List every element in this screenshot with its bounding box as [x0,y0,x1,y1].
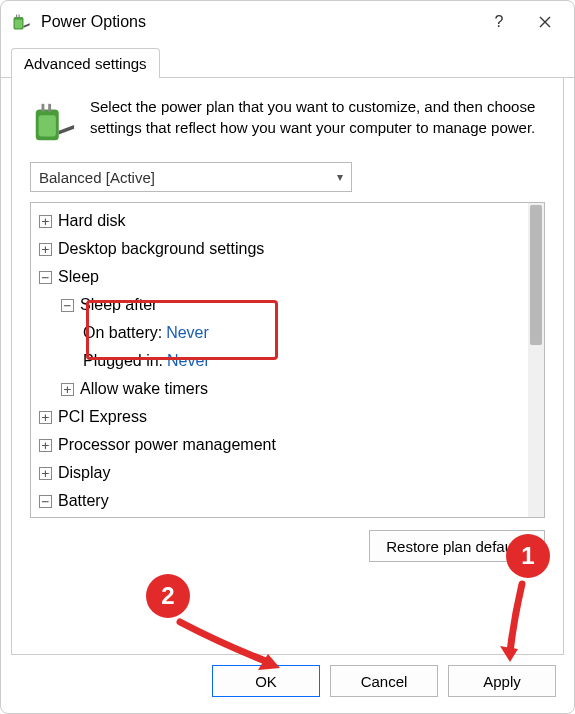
tree-item-processor-power-management[interactable]: +Processor power management [31,431,528,459]
collapse-icon[interactable]: − [61,299,74,312]
collapse-icon[interactable]: − [39,271,52,284]
tree-item-hard-disk[interactable]: +Hard disk [31,207,528,235]
settings-tree[interactable]: +Hard disk +Desktop background settings … [31,203,528,517]
tree-item-display[interactable]: +Display [31,459,528,487]
apply-button[interactable]: Apply [448,665,556,697]
scrollbar-thumb[interactable] [530,205,542,345]
intro-row: Select the power plan that you want to c… [30,96,545,146]
tree-item-sleep[interactable]: −Sleep [31,263,528,291]
ok-button[interactable]: OK [212,665,320,697]
intro-text: Select the power plan that you want to c… [90,96,545,146]
svg-rect-3 [19,15,20,18]
tabstrip: Advanced settings [1,47,574,78]
tree-item-on-battery[interactable]: On battery:Never [31,319,528,347]
scrollbar[interactable] [528,203,544,517]
expand-icon[interactable]: + [39,467,52,480]
power-options-icon [11,12,31,32]
expand-icon[interactable]: + [39,243,52,256]
restore-row: Restore plan defaults [30,530,545,562]
tree-item-battery[interactable]: −Battery [31,487,528,515]
titlebar: Power Options ? [1,1,574,43]
tree-item-pci-express[interactable]: +PCI Express [31,403,528,431]
expand-icon[interactable]: + [61,383,74,396]
on-battery-value[interactable]: Never [166,324,209,342]
close-button[interactable] [522,1,568,43]
svg-rect-2 [16,15,17,18]
svg-rect-5 [39,115,56,136]
svg-rect-6 [42,104,45,112]
svg-rect-7 [48,104,51,112]
svg-rect-1 [15,20,23,29]
power-plan-dropdown[interactable]: Balanced [Active] ▾ [30,162,352,192]
expand-icon[interactable]: + [39,411,52,424]
dialog-buttons: OK Cancel Apply [1,665,574,713]
power-plan-selected: Balanced [Active] [39,169,155,186]
chevron-down-icon: ▾ [337,170,343,184]
tree-item-sleep-after[interactable]: −Sleep after [31,291,528,319]
cancel-button[interactable]: Cancel [330,665,438,697]
help-button[interactable]: ? [476,1,522,43]
expand-icon[interactable]: + [39,215,52,228]
tree-item-plugged-in[interactable]: Plugged in:Never [31,347,528,375]
power-plan-icon [30,100,76,146]
expand-icon[interactable]: + [39,439,52,452]
collapse-icon[interactable]: − [39,495,52,508]
plugged-in-value[interactable]: Never [167,352,210,370]
tree-item-allow-wake-timers[interactable]: +Allow wake timers [31,375,528,403]
settings-tree-container: +Hard disk +Desktop background settings … [30,202,545,518]
tree-item-desktop-background[interactable]: +Desktop background settings [31,235,528,263]
window-title: Power Options [41,13,476,31]
tab-advanced-settings[interactable]: Advanced settings [11,48,160,78]
restore-plan-defaults-button[interactable]: Restore plan defaults [369,530,545,562]
advanced-panel: Select the power plan that you want to c… [11,78,564,655]
power-options-window: Power Options ? Advanced settings Select… [0,0,575,714]
